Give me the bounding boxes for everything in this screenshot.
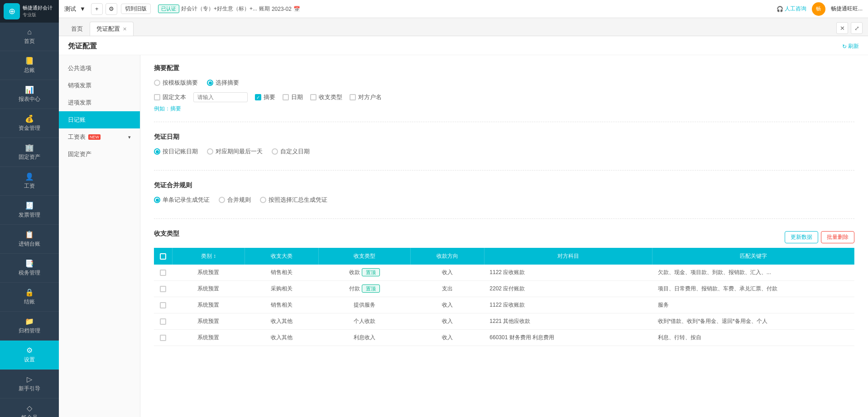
- summary-checkbox-row: 固定文本 ✓ 摘要 日期: [154, 92, 854, 102]
- voucher-merge-section: 凭证合并规则 单条记录生成凭证 合并规则: [154, 181, 854, 219]
- service-button[interactable]: 🎧 人工咨询: [777, 5, 806, 13]
- sidebar-item-assets[interactable]: 🏢 固定资产: [0, 138, 59, 167]
- radio-custom-date[interactable]: 自定义日期: [272, 147, 310, 156]
- member-icon: ◇: [27, 404, 32, 412]
- sidebar: ⊕ 畅捷通好会计 专业版 ⌂ 首页 📒 总账 📊 报表中心 💰 资金管理: [0, 0, 59, 417]
- checkbox-box-summary: ✓: [255, 94, 261, 100]
- radio-select[interactable]: 选择摘要: [207, 79, 239, 87]
- radio-journal-date[interactable]: 按日记账日期: [154, 147, 198, 156]
- td-checkbox-4[interactable]: [154, 313, 172, 330]
- sidebar-item-invoice[interactable]: 🧾 发票管理: [0, 196, 59, 225]
- assets-icon: 🏢: [25, 143, 34, 152]
- batch-delete-button[interactable]: 批量删除: [821, 231, 854, 243]
- left-menu-public[interactable]: 公共选项: [59, 60, 140, 77]
- refresh-button[interactable]: ↻ 刷新: [842, 43, 859, 50]
- sidebar-item-tax[interactable]: 📑 税务管理: [0, 254, 59, 283]
- checkbox-summary[interactable]: ✓ 摘要: [255, 93, 275, 101]
- reset-tag-1[interactable]: 置顶: [362, 268, 380, 276]
- table-row: 系统预置 销售相关 提供服务 收入 1122 应收账款 服务: [154, 297, 854, 313]
- table-row: 系统预置 销售相关 收款 置顶 收入 1122 应收账款 欠款、现金、项目款、到…: [154, 265, 854, 281]
- td-major-4: 收入其他: [245, 313, 318, 330]
- calendar-icon: 📅: [293, 6, 300, 12]
- tab-home[interactable]: 首页: [64, 22, 90, 36]
- income-type-section: 收支类型 更新数据 批量删除: [154, 230, 854, 346]
- checkbox-box-income-type: [310, 94, 317, 100]
- radio-merge[interactable]: 合并规则: [219, 196, 251, 204]
- top-bar-tags: 已认证 好会计（专）+好生意（标）+... 账期 2023-02 📅: [158, 5, 300, 13]
- main-panel: 摘要配置 按模板版摘要 选择摘要: [140, 55, 868, 417]
- top-bar-actions: + ⚙: [91, 3, 117, 15]
- sidebar-item-settings[interactable]: ⚙ 设置: [0, 341, 59, 370]
- home-icon: ⌂: [27, 28, 32, 36]
- chevron-down-icon: ▼: [80, 5, 86, 12]
- th-select-all[interactable]: [154, 248, 172, 265]
- add-button[interactable]: +: [91, 3, 103, 15]
- sidebar-item-purchase[interactable]: 📋 进销台账: [0, 225, 59, 254]
- radio-circle-period-last: [207, 148, 213, 155]
- guide-icon: ▷: [27, 375, 32, 384]
- headset-icon: 🎧: [777, 6, 783, 12]
- summary-config-title: 摘要配置: [154, 64, 854, 72]
- td-keywords-1: 欠款、现金、项目款、到款、报销款、汇入、...: [652, 265, 854, 281]
- maximize-window-button[interactable]: ⤢: [851, 22, 863, 34]
- left-menu-journal[interactable]: 日记账: [59, 111, 140, 128]
- company-dropdown[interactable]: ▼: [80, 5, 86, 12]
- close-window-button[interactable]: ✕: [836, 22, 848, 34]
- checkbox-fixed-text[interactable]: 固定文本: [154, 93, 186, 101]
- td-type-2: 付款 置顶: [318, 281, 411, 297]
- left-menu: 公共选项 销项发票 进项发票 日记账 工资表 NEW ▾: [59, 55, 140, 417]
- fixed-text-input[interactable]: [193, 92, 248, 102]
- sidebar-item-close[interactable]: 🔒 结账: [0, 283, 59, 312]
- radio-single[interactable]: 单条记录生成凭证: [154, 196, 210, 204]
- update-data-button[interactable]: 更新数据: [785, 231, 818, 243]
- radio-period-last[interactable]: 对应期间最后一天: [207, 147, 263, 156]
- sidebar-item-guide[interactable]: ▷ 新手引导: [0, 370, 59, 398]
- checkbox-income-type[interactable]: 收支类型: [310, 93, 342, 101]
- sidebar-item-reports[interactable]: 📊 报表中心: [0, 80, 59, 109]
- td-account-1: 1122 应收账款: [484, 265, 652, 281]
- tab-voucher-config[interactable]: 凭证配置 ✕: [90, 22, 134, 36]
- left-menu-fixed-assets[interactable]: 固定资产: [59, 146, 140, 163]
- sidebar-item-funds[interactable]: 💰 资金管理: [0, 109, 59, 138]
- td-account-3: 1122 应收账款: [484, 297, 652, 313]
- sidebar-item-archive[interactable]: 📁 归档管理: [0, 312, 59, 341]
- switch-version-button[interactable]: 切到旧版: [121, 4, 151, 14]
- user-name: 畅捷通旺旺...: [831, 5, 863, 13]
- td-category-1: 系统预置: [172, 265, 245, 281]
- td-checkbox-1[interactable]: [154, 265, 172, 281]
- invoice-icon: 🧾: [25, 201, 34, 210]
- user-avatar: 畅: [812, 2, 825, 16]
- page-header: 凭证配置 ↻ 刷新: [59, 36, 868, 55]
- left-menu-sales-invoice[interactable]: 销项发票: [59, 77, 140, 94]
- table-row: 系统预置 采购相关 付款 置顶 支出 2202 应付账款 项目、日常费用、报销款…: [154, 281, 854, 297]
- checkbox-date[interactable]: 日期: [283, 93, 303, 101]
- voucher-date-title: 凭证日期: [154, 133, 854, 141]
- td-direction-5: 收入: [411, 330, 484, 346]
- sidebar-item-ledger[interactable]: 📒 总账: [0, 51, 59, 80]
- tab-bar: 首页 凭证配置 ✕ ✕ ⤢: [59, 18, 868, 36]
- sidebar-item-member[interactable]: ◇ 畅会员: [0, 398, 59, 417]
- td-major-1: 销售相关: [245, 265, 318, 281]
- td-checkbox-2[interactable]: [154, 281, 172, 297]
- select-all-checkbox[interactable]: [160, 253, 166, 260]
- sidebar-item-home[interactable]: ⌂ 首页: [0, 23, 59, 51]
- page-content: 凭证配置 ↻ 刷新 公共选项 销项发票 进项发票: [59, 36, 868, 417]
- period-value: 2023-02: [272, 6, 292, 12]
- td-category-3: 系统预置: [172, 297, 245, 313]
- radio-select-total[interactable]: 按照选择汇总生成凭证: [260, 196, 327, 204]
- reset-tag-2[interactable]: 置顶: [362, 284, 380, 293]
- left-menu-purchase-invoice[interactable]: 进项发票: [59, 94, 140, 111]
- summary-config-section: 摘要配置 按模板版摘要 选择摘要: [154, 64, 854, 122]
- left-menu-payroll[interactable]: 工资表 NEW ▾: [59, 128, 140, 146]
- sidebar-nav: ⌂ 首页 📒 总账 📊 报表中心 💰 资金管理 🏢 固定资产 👤 工资: [0, 23, 59, 417]
- radio-template[interactable]: 按模板版摘要: [154, 79, 198, 87]
- checkbox-counterparty[interactable]: 对方户名: [350, 93, 382, 101]
- sidebar-item-salary[interactable]: 👤 工资: [0, 167, 59, 196]
- th-category: 类别 ↕: [172, 248, 245, 265]
- reports-icon: 📊: [25, 85, 34, 94]
- td-checkbox-3[interactable]: [154, 297, 172, 313]
- settings-gear-button[interactable]: ⚙: [106, 3, 117, 15]
- page-title: 凭证配置: [68, 42, 97, 51]
- close-tab-icon[interactable]: ✕: [123, 26, 127, 32]
- td-checkbox-5[interactable]: [154, 330, 172, 346]
